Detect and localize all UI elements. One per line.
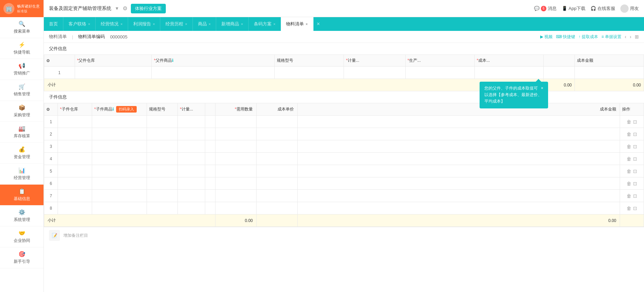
nav-tab-close-8[interactable]: × bbox=[306, 22, 308, 26]
try-btn[interactable]: 体验行业方案 bbox=[131, 4, 166, 13]
nav-tab-0[interactable]: 首页 bbox=[44, 17, 63, 31]
child-cell-spec-1[interactable] bbox=[147, 116, 178, 128]
child-cell-warehouse-1[interactable] bbox=[58, 116, 92, 128]
sidebar-item-finance[interactable]: 💰资金管理 bbox=[0, 143, 44, 164]
child-cell-unitprice-1[interactable] bbox=[257, 116, 298, 128]
sidebar-item-inventory[interactable]: 🏭库存核算 bbox=[0, 122, 44, 143]
message-btn[interactable]: 💬 6 消息 bbox=[534, 5, 557, 12]
sidebar-item-basic[interactable]: 📋基础信息 bbox=[0, 185, 44, 206]
parent-cell-unit-1[interactable] bbox=[344, 67, 406, 79]
parent-th-settings[interactable]: ⚙ bbox=[44, 55, 75, 67]
delete-icon-8[interactable]: 🗑 bbox=[627, 206, 631, 211]
copy-icon-8[interactable]: ⊡ bbox=[633, 206, 637, 211]
sidebar-item-collab[interactable]: 🤝企业协同 bbox=[0, 226, 44, 247]
child-cell-product-1[interactable] bbox=[92, 116, 147, 128]
add-note-icon[interactable]: 📝 bbox=[49, 230, 60, 241]
child-cell-unitprice-2[interactable] bbox=[257, 128, 298, 140]
child-cell-qty-8[interactable] bbox=[215, 202, 257, 214]
sidebar-item-marketing[interactable]: 📢营销推广 bbox=[0, 59, 44, 80]
sidebar-item-quicknav[interactable]: ⚡快捷导航 bbox=[0, 38, 44, 59]
single-settings-btn[interactable]: ≡ 单据设置 bbox=[602, 34, 621, 40]
sidebar-item-system[interactable]: ⚙️系统管理 bbox=[0, 206, 44, 226]
breadcrumb-parent[interactable]: 物料清单 bbox=[49, 34, 67, 40]
nav-tab-6[interactable]: 新增商品× bbox=[216, 17, 248, 31]
sidebar-item-purchase[interactable]: 📦采购管理 bbox=[0, 101, 44, 122]
parent-cell-product-1[interactable] bbox=[152, 67, 275, 79]
delete-icon-7[interactable]: 🗑 bbox=[627, 193, 631, 199]
nav-tab-close-6[interactable]: × bbox=[241, 22, 243, 26]
child-cell-qty-3[interactable] bbox=[215, 140, 257, 153]
app-download-btn[interactable]: 📱 App下载 bbox=[562, 5, 585, 12]
parent-cell-warehouse-1[interactable] bbox=[75, 67, 151, 79]
child-cell-qty-2[interactable] bbox=[215, 128, 257, 140]
copy-icon-6[interactable]: ⊡ bbox=[633, 181, 637, 186]
copy-icon-1[interactable]: ⊡ bbox=[633, 119, 637, 125]
child-cell-unit-1[interactable] bbox=[178, 116, 205, 128]
child-cell-spec-3[interactable] bbox=[147, 140, 178, 153]
child-cell-spec-8[interactable] bbox=[147, 202, 178, 214]
child-cell-unitprice-6[interactable] bbox=[257, 177, 298, 190]
nav-right-icon[interactable]: › bbox=[630, 34, 631, 39]
nav-left-icon[interactable]: ‹ bbox=[625, 34, 627, 39]
child-cell-spec-5[interactable] bbox=[147, 165, 178, 177]
nav-tab-close-1[interactable]: × bbox=[88, 22, 90, 26]
child-cell-unitprice-4[interactable] bbox=[257, 153, 298, 165]
child-cell-warehouse-8[interactable] bbox=[58, 202, 92, 214]
child-cell-unitprice-5[interactable] bbox=[257, 165, 298, 177]
nav-tab-7[interactable]: 条码方案× bbox=[249, 17, 281, 31]
extract-cost-btn[interactable]: ↑ 提取成本 bbox=[579, 34, 598, 40]
child-cell-product-3[interactable] bbox=[92, 140, 147, 153]
child-cell-qty-7[interactable] bbox=[215, 190, 257, 202]
shortcut-btn[interactable]: ⌨ 快捷键 bbox=[556, 34, 575, 40]
copy-icon-2[interactable]: ⊡ bbox=[633, 131, 637, 137]
child-cell-unit-4[interactable] bbox=[178, 153, 205, 165]
child-cell-qty-6[interactable] bbox=[215, 177, 257, 190]
child-cell-unit-6[interactable] bbox=[178, 177, 205, 190]
scan-btn[interactable]: 扫码录入 bbox=[116, 106, 137, 113]
delete-icon-3[interactable]: 🗑 bbox=[627, 144, 631, 149]
dropdown-icon[interactable]: ▼ bbox=[115, 6, 119, 11]
child-th-settings[interactable]: ⚙ bbox=[44, 103, 58, 116]
copy-icon-3[interactable]: ⊡ bbox=[633, 144, 637, 149]
settings-icon[interactable]: ⚙ bbox=[123, 5, 127, 12]
child-cell-unitprice-3[interactable] bbox=[257, 140, 298, 153]
nav-tab-5[interactable]: 商品× bbox=[193, 17, 216, 31]
parent-cell-cost-1[interactable] bbox=[474, 67, 544, 79]
child-cell-qty-4[interactable] bbox=[215, 153, 257, 165]
child-cell-warehouse-5[interactable] bbox=[58, 165, 92, 177]
nav-tab-close-5[interactable]: × bbox=[209, 22, 211, 26]
nav-tab-4[interactable]: 经营历程× bbox=[160, 17, 193, 31]
child-cell-warehouse-3[interactable] bbox=[58, 140, 92, 153]
delete-icon-5[interactable]: 🗑 bbox=[627, 168, 631, 174]
child-cell-warehouse-6[interactable] bbox=[58, 177, 92, 190]
tab-close-right[interactable]: × bbox=[313, 21, 323, 27]
sidebar-item-operation[interactable]: 📊经营管理 bbox=[0, 164, 44, 185]
parent-cell-production-1[interactable] bbox=[405, 67, 474, 79]
copy-icon-4[interactable]: ⊡ bbox=[633, 156, 637, 162]
nav-tab-8[interactable]: 物料清单× bbox=[281, 17, 313, 31]
child-cell-qty-1[interactable] bbox=[215, 116, 257, 128]
nav-tab-1[interactable]: 客户联络× bbox=[63, 17, 96, 31]
user-btn[interactable]: 用友 bbox=[620, 4, 639, 13]
child-cell-qty-5[interactable] bbox=[215, 165, 257, 177]
child-cell-warehouse-2[interactable] bbox=[58, 128, 92, 140]
grid-icon[interactable]: ⊞ bbox=[635, 34, 639, 39]
nav-tab-close-3[interactable]: × bbox=[153, 22, 155, 26]
nav-tab-close-7[interactable]: × bbox=[273, 22, 275, 26]
child-cell-product-4[interactable] bbox=[92, 153, 147, 165]
child-cell-spec-4[interactable] bbox=[147, 153, 178, 165]
delete-icon-4[interactable]: 🗑 bbox=[627, 156, 631, 162]
sidebar-item-search[interactable]: 🔍搜索菜单 bbox=[0, 17, 44, 38]
child-cell-spec-7[interactable] bbox=[147, 190, 178, 202]
child-cell-product-7[interactable] bbox=[92, 190, 147, 202]
child-cell-unitprice-7[interactable] bbox=[257, 190, 298, 202]
nav-tab-close-4[interactable]: × bbox=[185, 22, 187, 26]
child-cell-spec-6[interactable] bbox=[147, 177, 178, 190]
tooltip-close[interactable]: × bbox=[541, 85, 543, 92]
sidebar-item-sales[interactable]: 🛒销售管理 bbox=[0, 80, 44, 101]
child-cell-product-6[interactable] bbox=[92, 177, 147, 190]
child-cell-product-8[interactable] bbox=[92, 202, 147, 214]
nav-tab-close-2[interactable]: × bbox=[120, 22, 122, 26]
sidebar-item-guide[interactable]: 🎯新手引导 bbox=[0, 247, 44, 268]
parent-cell-spec-1[interactable] bbox=[275, 67, 344, 79]
